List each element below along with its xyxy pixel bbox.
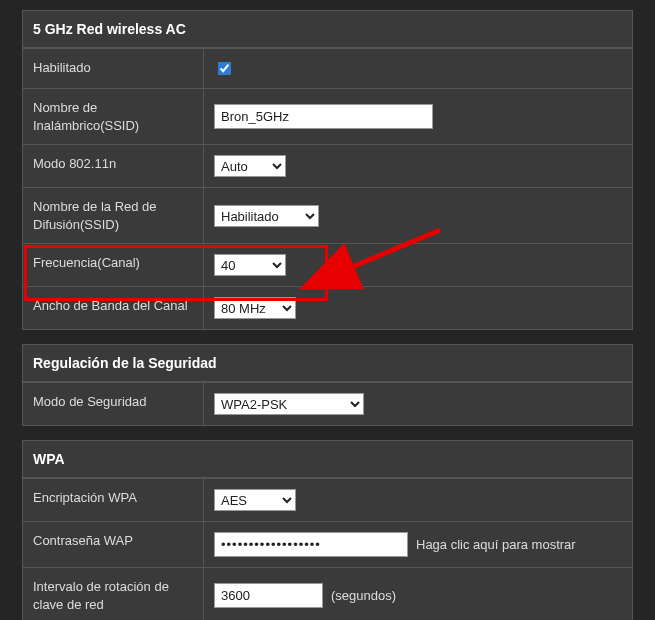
- select-frequency-channel[interactable]: 40: [214, 254, 286, 276]
- checkbox-enabled[interactable]: [218, 62, 231, 75]
- label-frequency: Frecuencia(Canal): [23, 244, 204, 286]
- label-wpa-encryption: Encriptación WPA: [23, 479, 204, 521]
- label-80211-mode: Modo 802.11n: [23, 145, 204, 187]
- panel-security: Regulación de la Seguridad Modo de Segur…: [22, 344, 633, 426]
- section-title-5ghz: 5 GHz Red wireless AC: [23, 11, 632, 48]
- input-ssid[interactable]: [214, 104, 433, 129]
- row-wpa-encryption: Encriptación WPA AES: [23, 478, 632, 521]
- panel-wpa: WPA Encriptación WPA AES Contraseña WAP …: [22, 440, 633, 620]
- row-enabled: Habilitado: [23, 48, 632, 88]
- select-security-mode[interactable]: WPA2-PSK: [214, 393, 364, 415]
- select-80211-mode[interactable]: Auto: [214, 155, 286, 177]
- select-wpa-encryption[interactable]: AES: [214, 489, 296, 511]
- select-broadcast-ssid[interactable]: Habilitado: [214, 205, 319, 227]
- row-80211-mode: Modo 802.11n Auto: [23, 144, 632, 187]
- input-key-rotation[interactable]: [214, 583, 323, 608]
- section-title-wpa: WPA: [23, 441, 632, 478]
- row-ssid: Nombre de Inalámbrico(SSID): [23, 88, 632, 144]
- label-wap-password: Contraseña WAP: [23, 522, 204, 567]
- label-broadcast-ssid: Nombre de la Red de Difusión(SSID): [23, 188, 204, 243]
- row-broadcast-ssid: Nombre de la Red de Difusión(SSID) Habil…: [23, 187, 632, 243]
- select-channel-bandwidth[interactable]: 80 MHz: [214, 297, 296, 319]
- label-enabled: Habilitado: [23, 49, 204, 88]
- label-ssid: Nombre de Inalámbrico(SSID): [23, 89, 204, 144]
- label-key-rotation: Intervalo de rotación de clave de red: [23, 568, 204, 620]
- label-security-mode: Modo de Seguridad: [23, 383, 204, 425]
- hint-show-password[interactable]: Haga clic aquí para mostrar: [416, 537, 576, 552]
- panel-5ghz-wireless: 5 GHz Red wireless AC Habilitado Nombre …: [22, 10, 633, 330]
- row-wap-password: Contraseña WAP •••••••••••••••••• Haga c…: [23, 521, 632, 567]
- unit-seconds: (segundos): [331, 588, 396, 603]
- row-security-mode: Modo de Seguridad WPA2-PSK: [23, 382, 632, 425]
- input-wap-password[interactable]: ••••••••••••••••••: [214, 532, 408, 557]
- row-frequency-channel: Frecuencia(Canal) 40: [23, 243, 632, 286]
- row-channel-bandwidth: Ancho de Banda del Canal 80 MHz: [23, 286, 632, 329]
- row-key-rotation: Intervalo de rotación de clave de red (s…: [23, 567, 632, 620]
- section-title-security: Regulación de la Seguridad: [23, 345, 632, 382]
- label-channel-bandwidth: Ancho de Banda del Canal: [23, 287, 204, 329]
